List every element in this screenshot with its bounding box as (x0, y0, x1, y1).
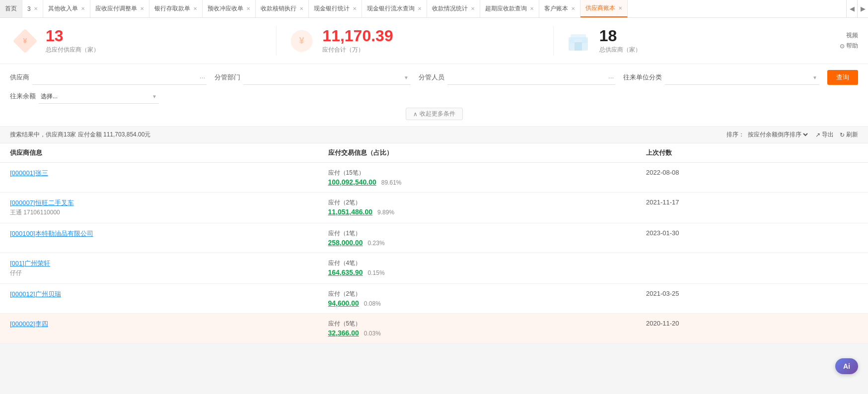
dept-select[interactable] (243, 70, 411, 85)
supplier-dots-icon[interactable]: ··· (199, 73, 207, 81)
nav-tab-home-label: 首页 (5, 4, 17, 13)
ap-pct-3: 0.23% (368, 240, 385, 247)
supplier-link-5[interactable]: [000012]广州贝瑞 (10, 290, 328, 299)
supplier-link-3[interactable]: [000100]本特勒油品有限公司 (10, 229, 328, 238)
ap-amount-5[interactable]: 94,600.00 (328, 299, 359, 307)
summary-right-links: 视频 ⊙ 帮助 (840, 31, 858, 50)
category-select[interactable] (665, 70, 820, 85)
search-button[interactable]: 查询 (827, 70, 858, 85)
filter-balance: 往来余额 选择... ▼ (10, 89, 159, 104)
nav-tab-customer-ledger[interactable]: 客户账本 ✕ (539, 0, 580, 17)
table-section: 供应商信息 应付交易信息（占比） 上次付数 [000001]张三 应付（15笔）… (0, 143, 868, 343)
export-button[interactable]: ↗ 导出 (815, 131, 834, 139)
nav-tab-bank-deposit[interactable]: 银行存取款单 ✕ (149, 0, 203, 17)
total-all-suppliers-label: 总供应商（家） (599, 46, 641, 54)
balance-select[interactable]: 选择... (39, 89, 159, 104)
close-icon[interactable]: ✕ (193, 6, 197, 11)
ap-amount-3[interactable]: 258,000.00 (328, 239, 363, 247)
person-input[interactable] (447, 70, 607, 84)
close-icon[interactable]: ✕ (418, 6, 422, 11)
last-pay-6: 2020-11-20 (646, 320, 858, 327)
close-icon[interactable]: ✕ (140, 6, 144, 11)
ap-amount-1[interactable]: 100,092,540.00 (328, 178, 376, 186)
supplier-link-6[interactable]: [000002]李四 (10, 320, 328, 328)
nav-tab-3[interactable]: 3 ✕ (22, 0, 43, 17)
supplier-link-4[interactable]: [001]广州荣轩 (10, 259, 328, 268)
results-summary-text: 搜索结果中，供应商13家 应付金额 111,703,854.00元 (10, 131, 150, 139)
person-filter-label: 分管人员 (419, 73, 444, 82)
svg-rect-7 (570, 39, 575, 43)
supplier-link-2[interactable]: [000007]恒旺二手叉车 (10, 198, 328, 207)
help-link[interactable]: ⊙ 帮助 (840, 42, 858, 50)
nav-tab-advance-collect[interactable]: 预收冲应收单 ✕ (203, 0, 256, 17)
last-pay-5: 2021-03-25 (646, 290, 858, 297)
filter-section: 供应商 ··· 分管部门 ▼ 分管人员 (0, 64, 868, 127)
supplier-input[interactable] (32, 70, 199, 84)
close-icon[interactable]: ✕ (353, 6, 357, 11)
nav-tab-receipt-verify[interactable]: 收款核销执行 ✕ (256, 0, 309, 17)
export-icon: ↗ (815, 131, 820, 138)
main-content: ¥ 13 总应付供应商（家） ¥ 11,170.39 应付合计（万） (0, 18, 868, 394)
ap-label-3: 应付（1笔） (328, 229, 647, 238)
nav-tab-supplier-ledger-label: 供应商账本 (585, 4, 615, 12)
ap-amount-2[interactable]: 11,051,486.00 (328, 208, 373, 216)
supplier-input-wrapper: ··· (32, 70, 207, 85)
transaction-info-2: 应付（2笔） 11,051,486.00 9.89% (328, 198, 647, 216)
balance-filter-label: 往来余额 (10, 92, 36, 101)
nav-tab-receipt-verify-label: 收款核销执行 (261, 4, 296, 13)
dept-select-wrapper: ▼ (243, 70, 411, 85)
close-icon[interactable]: ✕ (618, 5, 622, 11)
filter-row-2: 往来余额 选择... ▼ (10, 89, 858, 104)
ap-amount-6[interactable]: 32,366.00 (328, 329, 359, 337)
nav-tab-supplier-ledger[interactable]: 供应商账本 ✕ (580, 0, 628, 17)
nav-tab-other-income[interactable]: 其他收入单 ✕ (43, 0, 90, 17)
export-button-label: 导出 (822, 131, 834, 139)
close-icon[interactable]: ✕ (471, 6, 475, 11)
total-suppliers-label: 总应付供应商（家） (46, 46, 99, 54)
last-pay-3: 2023-01-30 (646, 229, 858, 237)
nav-tab-cash-bank-stat[interactable]: 现金银行统计 ✕ (309, 0, 362, 17)
ap-pct-5: 0.08% (364, 300, 381, 307)
nav-tab-receipt-stat-label: 收款情况统计 (432, 4, 468, 13)
filter-supplier: 供应商 ··· (10, 70, 207, 85)
nav-tab-receipt-stat[interactable]: 收款情况统计 ✕ (427, 0, 480, 17)
nav-tab-cash-bank-flow[interactable]: 现金银行流水查询 ✕ (362, 0, 427, 17)
ap-label-6: 应付（5笔） (328, 320, 647, 328)
nav-tab-ar-ap-adjust[interactable]: 应收应付调整单 ✕ (90, 0, 149, 17)
nav-right-arrow[interactable]: ▶ (857, 0, 868, 18)
store-icon (564, 26, 593, 56)
close-icon[interactable]: ✕ (530, 6, 534, 11)
nav-left-arrow[interactable]: ◀ (846, 0, 857, 18)
total-amount-label: 应付合计（万） (322, 46, 393, 54)
filter-category: 往来单位分类 ▼ (623, 70, 820, 85)
ap-label-4: 应付（4笔） (328, 259, 647, 267)
refresh-button[interactable]: ↻ 刷新 (840, 131, 858, 139)
collapse-button-label: 收起更多条件 (420, 110, 455, 118)
collapse-bar: ∧ 收起更多条件 (10, 108, 858, 120)
supplier-info-2: [000007]恒旺二手叉车 王通 17106110000 (10, 198, 328, 217)
close-icon[interactable]: ✕ (34, 6, 38, 11)
ai-button[interactable]: Ai (835, 358, 858, 374)
category-select-wrapper: ▼ (665, 70, 820, 85)
col-header-lastpay: 上次付数 (646, 148, 858, 157)
close-icon[interactable]: ✕ (246, 6, 250, 11)
sort-select[interactable]: 按应付余额倒序排序 (746, 131, 809, 138)
nav-arrows: ◀ ▶ (846, 0, 868, 18)
collapse-button[interactable]: ∧ 收起更多条件 (406, 108, 463, 120)
ap-amount-4[interactable]: 164,635.90 (328, 268, 363, 276)
person-dots-icon[interactable]: ··· (607, 73, 615, 81)
supplier-link-1[interactable]: [000001]张三 (10, 169, 328, 178)
close-icon[interactable]: ✕ (81, 6, 85, 11)
nav-tab-advance-collect-label: 预收冲应收单 (208, 4, 243, 13)
close-icon[interactable]: ✕ (571, 6, 575, 11)
summary-section: ¥ 13 总应付供应商（家） ¥ 11,170.39 应付合计（万） (0, 18, 868, 64)
nav-tab-home[interactable]: 首页 (0, 0, 22, 17)
nav-tab-overdue-ar[interactable]: 超期应收款查询 ✕ (480, 0, 539, 17)
video-link[interactable]: 视频 (846, 31, 858, 40)
nav-tab-3-label: 3 (27, 5, 31, 12)
supplier-info-4: [001]广州荣轩 仔仔 (10, 259, 328, 277)
ap-label-2: 应付（2笔） (328, 198, 647, 207)
summary-info-amount: 11,170.39 应付合计（万） (322, 28, 393, 54)
close-icon[interactable]: ✕ (299, 6, 303, 11)
filter-dept: 分管部门 ▼ (215, 70, 411, 85)
